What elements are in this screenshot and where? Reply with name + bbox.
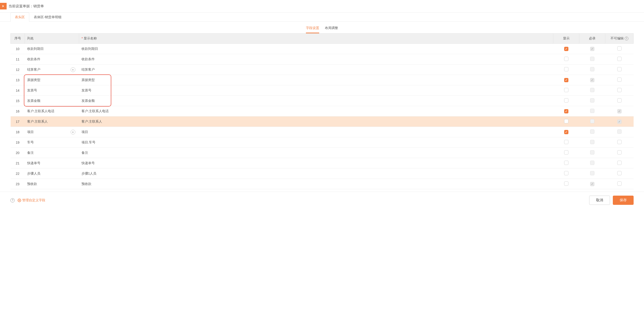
- checkbox[interactable]: [564, 182, 568, 186]
- table-row[interactable]: 14发票号发票号: [11, 85, 634, 96]
- cell-display-name[interactable]: 客户.主联系人: [79, 116, 553, 127]
- checkbox[interactable]: [617, 161, 622, 165]
- cell-readonly: [605, 158, 634, 168]
- doc-title: 当前设置单据：销货单: [8, 4, 44, 8]
- save-button[interactable]: 保存: [613, 196, 634, 205]
- cancel-button[interactable]: 取消: [589, 196, 610, 205]
- cell-colname: 预收款: [25, 179, 79, 189]
- table-row[interactable]: 15发票金额发票金额: [11, 96, 634, 106]
- cell-display-name[interactable]: 预收款: [79, 179, 553, 189]
- col-required: 必录: [579, 34, 605, 44]
- cell-show: [553, 96, 579, 106]
- checkbox: [590, 182, 594, 186]
- checkbox[interactable]: [617, 46, 622, 50]
- checkbox[interactable]: [617, 98, 622, 102]
- checkbox[interactable]: [564, 171, 568, 175]
- cell-readonly: [605, 179, 634, 189]
- cell-required: [579, 54, 605, 64]
- table-row[interactable]: 11收款条件收款条件: [11, 54, 634, 64]
- cell-display-name[interactable]: 收款到期日: [79, 44, 553, 54]
- footer-bar: ? 管理自定义字段 取消 保存: [0, 192, 644, 208]
- table-row[interactable]: 17客户.主联系人客户.主联系人: [11, 116, 634, 127]
- cell-readonly: [605, 148, 634, 158]
- plus-icon[interactable]: +: [71, 67, 75, 72]
- checkbox: [590, 119, 594, 123]
- cell-seq: 15: [11, 96, 25, 106]
- cell-display-name[interactable]: 项目: [79, 127, 553, 137]
- cell-display-name[interactable]: 步骤1人员: [79, 168, 553, 179]
- cell-display-name[interactable]: 快递单号: [79, 158, 553, 168]
- checkbox[interactable]: [564, 67, 568, 71]
- outer-tab[interactable]: 表头区: [10, 12, 29, 22]
- col-readonly: 不可编辑?: [605, 34, 634, 44]
- table-row[interactable]: 13票据类型票据类型: [11, 75, 634, 85]
- cell-display-name[interactable]: 客户.主联系人电话: [79, 106, 553, 116]
- cell-required: [579, 127, 605, 137]
- cell-required: [579, 179, 605, 189]
- checkbox[interactable]: [617, 67, 622, 71]
- checkbox[interactable]: [564, 78, 568, 82]
- cell-display-name[interactable]: 票据类型: [79, 75, 553, 85]
- checkbox[interactable]: [617, 140, 622, 144]
- checkbox[interactable]: [564, 140, 568, 144]
- cell-display-name[interactable]: 发票号: [79, 85, 553, 96]
- cell-colname: 步骤人员: [25, 168, 79, 179]
- cell-display-name[interactable]: 结算客户: [79, 64, 553, 75]
- cell-show: [553, 137, 579, 148]
- checkbox: [617, 120, 622, 124]
- cell-colname: 结算客户+: [25, 64, 79, 75]
- table-row[interactable]: 20备注备注: [11, 148, 634, 158]
- plus-icon[interactable]: +: [71, 130, 75, 134]
- checkbox[interactable]: [617, 78, 622, 82]
- help-icon[interactable]: ?: [10, 198, 15, 202]
- cell-display-name[interactable]: 备注: [79, 148, 553, 158]
- table-row[interactable]: 10收款到期日收款到期日: [11, 44, 634, 54]
- cell-colname: 客户.主联系人: [25, 116, 79, 127]
- table-row[interactable]: 18项目+项目: [11, 127, 634, 137]
- table-row[interactable]: 21快递单号快递单号: [11, 158, 634, 168]
- cell-colname: 项目+: [25, 127, 79, 137]
- checkbox: [590, 161, 594, 165]
- checkbox[interactable]: [617, 182, 622, 186]
- checkbox[interactable]: [617, 171, 622, 175]
- help-icon[interactable]: ?: [625, 36, 628, 40]
- cell-show: [553, 44, 579, 54]
- cell-readonly: [605, 127, 634, 137]
- checkbox[interactable]: [617, 88, 622, 92]
- sidebar-toggle-button[interactable]: [0, 3, 6, 10]
- checkbox[interactable]: [564, 88, 568, 92]
- table-row[interactable]: 23预收款预收款: [11, 179, 634, 189]
- cell-readonly: [605, 116, 634, 127]
- checkbox[interactable]: [564, 98, 568, 102]
- checkbox[interactable]: [564, 130, 568, 134]
- cell-colname: 收款到期日: [25, 44, 79, 54]
- checkbox[interactable]: [564, 150, 568, 154]
- checkbox[interactable]: [617, 57, 622, 61]
- cell-display-name[interactable]: 项目.车号: [79, 137, 553, 148]
- checkbox: [590, 98, 594, 102]
- outer-tab[interactable]: 表体区-销货单明细: [29, 12, 66, 22]
- cell-required: [579, 85, 605, 96]
- checkbox[interactable]: [564, 119, 568, 123]
- field-table: 序号 列名 *显示名称 显示 必录 不可编辑? 10收款到期日收款到期日11收款…: [10, 33, 634, 189]
- cell-colname: 发票号: [25, 85, 79, 96]
- cell-display-name[interactable]: 收款条件: [79, 54, 553, 64]
- manage-custom-fields-link[interactable]: 管理自定义字段: [18, 198, 45, 202]
- cell-colname: 快递单号: [25, 158, 79, 168]
- cell-required: [579, 116, 605, 127]
- cell-show: [553, 148, 579, 158]
- inner-tabs: 字段设置布局调整: [0, 22, 644, 33]
- table-row[interactable]: 16客户.主联系人电话客户.主联系人电话: [11, 106, 634, 116]
- checkbox[interactable]: [564, 47, 568, 51]
- inner-tab[interactable]: 字段设置: [306, 26, 319, 33]
- checkbox[interactable]: [617, 150, 622, 154]
- inner-tab[interactable]: 布局调整: [325, 26, 338, 33]
- checkbox[interactable]: [564, 109, 568, 114]
- cell-required: [579, 168, 605, 179]
- checkbox[interactable]: [564, 57, 568, 61]
- table-row[interactable]: 22步骤人员步骤1人员: [11, 168, 634, 179]
- table-row[interactable]: 12结算客户+结算客户: [11, 64, 634, 75]
- cell-display-name[interactable]: 发票金额: [79, 96, 553, 106]
- table-row[interactable]: 19车号项目.车号: [11, 137, 634, 148]
- checkbox[interactable]: [564, 161, 568, 165]
